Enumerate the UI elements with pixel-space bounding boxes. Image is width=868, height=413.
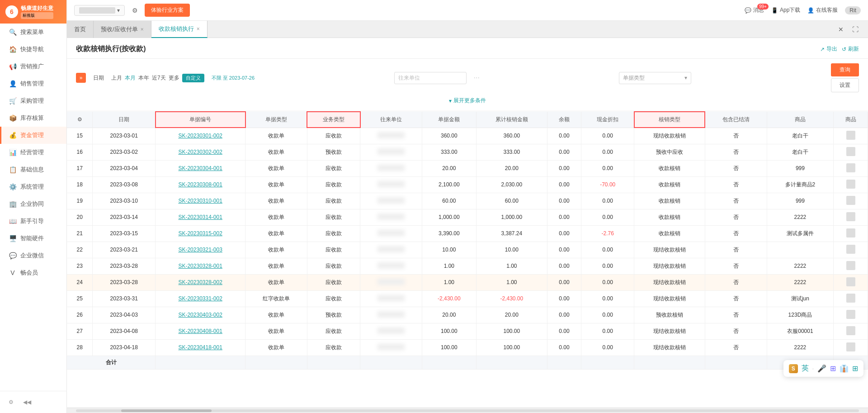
bill-no-link[interactable]: SK-20230403-002: [178, 312, 222, 318]
table-row[interactable]: 24 2023-03-28 SK-20230328-002 收款单 应收款 1.…: [67, 274, 868, 290]
date-last-7days[interactable]: 近7天: [152, 74, 166, 82]
topbar-message[interactable]: 💬 消息 99+: [745, 6, 764, 14]
export-button[interactable]: ↗ 导出: [820, 45, 837, 53]
bill-no-link[interactable]: SK-20230310-001: [178, 198, 222, 204]
topbar-user-avatar[interactable]: Rit: [845, 6, 861, 14]
filter-expand-button[interactable]: »: [76, 73, 86, 83]
bill-no-link[interactable]: SK-20230408-001: [178, 328, 222, 334]
sidebar-item-marketing[interactable]: 📢营销推广: [0, 58, 66, 75]
tab-receivable-close[interactable]: ×: [141, 26, 144, 33]
ft-grid-icon[interactable]: ⊞: [830, 364, 836, 373]
bill-no-link[interactable]: SK-20230328-002: [178, 279, 222, 285]
table-row[interactable]: 17 2023-03-04 SK-20230304-001 收款单 应收款 20…: [67, 160, 868, 176]
sidebar-item-inventory[interactable]: 📦库存核算: [0, 109, 66, 127]
date-this-month[interactable]: 本月: [125, 74, 136, 82]
ft-app-icon[interactable]: ⊞: [852, 364, 858, 373]
workspace-selector[interactable]: ▾: [74, 5, 125, 16]
scrollbar-thumb[interactable]: [121, 409, 212, 412]
close-tab-button[interactable]: ✕: [835, 24, 846, 35]
sidebar-item-operations[interactable]: 📊经营管理: [0, 144, 66, 161]
main-content: ▾ ⚙ 体验行业方案 💬 消息 99+ 📱 App下载 👤 在线客服 Rit: [67, 0, 868, 413]
table-row[interactable]: 16 2023-03-02 SK-20230302-002 收款单 预收款 33…: [67, 144, 868, 160]
topbar: ▾ ⚙ 体验行业方案 💬 消息 99+ 📱 App下载 👤 在线客服 Rit: [67, 0, 868, 21]
col-gear[interactable]: ⚙: [67, 112, 93, 128]
cell-bill-no: SK-20230314-001: [156, 209, 245, 225]
query-button[interactable]: 查询: [831, 63, 859, 76]
horizontal-scrollbar[interactable]: [67, 408, 868, 413]
bill-no-link[interactable]: SK-20230321-003: [178, 247, 222, 253]
bill-type-label: 单据类型: [623, 74, 645, 82]
sidebar-item-system[interactable]: ⚙️系统管理: [0, 178, 66, 195]
app-label: App下载: [780, 6, 800, 14]
table-row[interactable]: 19 2023-03-10 SK-20230310-001 收款单 应收款 60…: [67, 193, 868, 209]
industry-solution-button[interactable]: 体验行业方案: [145, 4, 190, 17]
counterpart-input[interactable]: 往来单位: [394, 72, 467, 84]
table-row[interactable]: 15 2023-03-01 SK-20230301-002 收款单 应收款 36…: [67, 128, 868, 144]
bill-no-link[interactable]: SK-20230314-001: [178, 214, 222, 220]
maximize-tab-button[interactable]: ⛶: [850, 24, 861, 35]
tab-receivable[interactable]: 预收/应收付单 ×: [94, 21, 151, 38]
cell-balance: 0.00: [547, 339, 581, 356]
table-row[interactable]: 21 2023-03-15 SK-20230315-002 收款单 应收款 3,…: [67, 225, 868, 242]
bill-type-select[interactable]: 单据类型 ▾: [619, 72, 691, 84]
cell-balance: 0.00: [547, 242, 581, 258]
cell-bill-amount: 100.00: [422, 339, 476, 356]
topbar-gear-icon[interactable]: ⚙: [128, 4, 141, 17]
bill-no-link[interactable]: SK-20230301-002: [178, 133, 222, 139]
refresh-button[interactable]: ↺ 刷新: [842, 45, 859, 53]
table-row[interactable]: 23 2023-03-28 SK-20230328-001 收款单 应收款 1.…: [67, 258, 868, 274]
bill-no-link[interactable]: SK-20230331-002: [178, 295, 222, 302]
bill-no-link[interactable]: SK-20230328-001: [178, 263, 222, 269]
bill-no-link[interactable]: SK-20230418-001: [178, 344, 222, 351]
table-header-row: ⚙ 日期 单据编号 单据类型 业务类型 往来单位 单据金额 累计核销金额 余额 …: [67, 112, 868, 128]
sidebar-item-basic[interactable]: 📋基础信息: [0, 161, 66, 178]
tab-receivable-label: 预收/应收付单: [101, 25, 138, 33]
sidebar-item-guide[interactable]: 📖新手引导: [0, 213, 66, 230]
collapse-icon[interactable]: ◀◀: [21, 396, 33, 408]
expand-more-button[interactable]: ▾ 展开更多条件: [449, 97, 486, 104]
ft-english-icon[interactable]: 英: [802, 364, 809, 373]
sidebar-label-sales: 销售管理: [20, 80, 44, 88]
date-more[interactable]: 更多: [169, 74, 179, 82]
bill-no-link[interactable]: SK-20230304-001: [178, 165, 222, 171]
ft-shirt-icon[interactable]: 👔: [840, 364, 849, 373]
sidebar-item-wechat[interactable]: 💬企业微信: [0, 247, 66, 264]
table-row[interactable]: 25 2023-03-31 SK-20230331-002 红字收款单 应收款 …: [67, 290, 868, 307]
sidebar-item-search[interactable]: 🔍搜索菜单: [0, 24, 66, 41]
col-bill-amount: 单据金额: [422, 112, 476, 128]
date-range-display: 不限 至 2023-07-26: [212, 75, 255, 81]
table-row[interactable]: 20 2023-03-14 SK-20230314-001 收款单 应收款 1,…: [67, 209, 868, 225]
footer-write-off-type: [634, 356, 705, 369]
sidebar-item-enterprise[interactable]: 🏢企业协同: [0, 195, 66, 213]
table-row[interactable]: 28 2023-04-18 SK-20230418-001 收款单 应收款 10…: [67, 339, 868, 356]
sidebar-item-sales[interactable]: 👤销售管理: [0, 75, 66, 92]
cell-date: 2023-03-15: [93, 225, 156, 242]
topbar-online-service[interactable]: 👤 在线客服: [807, 6, 838, 14]
sidebar-item-finance[interactable]: 💰资金管理: [0, 127, 66, 144]
date-custom-button[interactable]: 自定义: [182, 74, 204, 82]
tab-write-off[interactable]: 收款核销执行 ×: [151, 21, 208, 38]
bill-no-link[interactable]: SK-20230302-002: [178, 149, 222, 155]
topbar-app-download[interactable]: 📱 App下载: [771, 6, 800, 14]
sidebar-item-member[interactable]: V畅会员: [0, 264, 66, 281]
table-row[interactable]: 22 2023-03-21 SK-20230321-003 收款单 应收款 10…: [67, 242, 868, 258]
bill-no-link[interactable]: SK-20230315-002: [178, 230, 222, 237]
cell-no: 24: [67, 274, 93, 290]
sidebar-item-hardware[interactable]: 🖥️智能硬件: [0, 230, 66, 247]
table-row[interactable]: 27 2023-04-08 SK-20230408-001 收款单 应收款 10…: [67, 323, 868, 339]
settings-button[interactable]: 设置: [831, 78, 859, 92]
ft-mic-icon[interactable]: 🎤: [817, 364, 826, 373]
bill-no-link[interactable]: SK-20230308-001: [178, 181, 222, 188]
settings-icon[interactable]: ⚙: [5, 396, 17, 408]
sidebar-item-purchase[interactable]: 🛒采购管理: [0, 92, 66, 109]
tab-write-off-close[interactable]: ×: [197, 26, 200, 32]
table-row[interactable]: 18 2023-03-08 SK-20230308-001 收款单 应收款 2,…: [67, 176, 868, 193]
col-product: 商品: [767, 112, 834, 128]
cell-discount: 0.00: [581, 290, 634, 307]
table-row[interactable]: 26 2023-04-03 SK-20230403-002 收款单 预收款 20…: [67, 307, 868, 323]
date-last-month[interactable]: 上月: [111, 74, 122, 82]
date-this-year[interactable]: 本年: [138, 74, 149, 82]
counterpart-dots[interactable]: ···: [474, 74, 480, 82]
sidebar-item-quicknav[interactable]: 🏠快捷导航: [0, 41, 66, 58]
tab-home[interactable]: 首页: [67, 21, 94, 38]
